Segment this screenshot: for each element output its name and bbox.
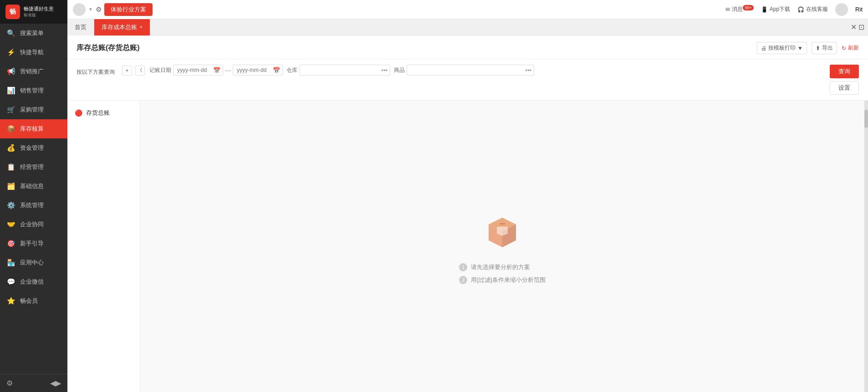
refresh-label: 刷新 [848, 44, 859, 52]
logo-icon: 畅 [5, 5, 20, 19]
export-btn[interactable]: ⬆ 导出 [812, 42, 837, 54]
hint-num-1: 1 [459, 263, 467, 271]
sidebar-item-enterprise[interactable]: 🤝 企业协同 [0, 215, 67, 234]
tab-close-icon[interactable]: × [140, 25, 143, 30]
product-select-wrapper: ••• [407, 65, 534, 76]
settings-filter-btn[interactable]: 设置 [830, 81, 859, 95]
sidebar-item-search[interactable]: 🔍 搜索菜单 [0, 24, 67, 43]
sidebar-label-operations: 经营管理 [20, 163, 44, 171]
filter-scheme-label: 按以下方案查询 [77, 68, 115, 76]
product-label: 商品 [394, 66, 405, 74]
base-icon: 🗂️ [6, 182, 15, 190]
user-avatar-left [73, 3, 86, 16]
main-content-empty: 1 请先选择要分析的方案 2 用[过滤]条件来缩小分析范围 [140, 101, 864, 392]
inventory-icon: 📦 [6, 125, 15, 133]
notification-badge: 99+ [743, 5, 753, 10]
sidebar-label-search: 搜索菜单 [20, 29, 44, 37]
sidebar-label-base: 基础信息 [20, 182, 44, 190]
tabs-close-all-icon[interactable]: ✕ [851, 23, 857, 31]
add-scheme-btn[interactable]: + [122, 66, 132, 76]
empty-hints: 1 请先选择要分析的方案 2 用[过滤]条件来缩小分析范围 [459, 263, 545, 284]
tab-active-label: 库存成本总账 [102, 23, 137, 31]
sidebar-label-enterprise: 企业协同 [20, 220, 44, 229]
sales-icon: 📊 [6, 87, 15, 95]
tab-home[interactable]: 首页 [67, 19, 94, 36]
export-icon: ⬆ [816, 45, 820, 51]
warehouse-select-wrapper: ••• [299, 65, 390, 76]
sidebar-item-sales[interactable]: 📊 销售管理 [0, 81, 67, 100]
hint-row-2: 2 用[过滤]条件来缩小分析范围 [459, 276, 545, 284]
print-btn[interactable]: 🖨 按模板打印 ▼ [757, 42, 807, 54]
user-avatar-right[interactable] [835, 3, 848, 16]
settings-footer-icon[interactable]: ⚙ [6, 379, 13, 387]
tab-home-label: 首页 [75, 23, 87, 31]
app-download-item[interactable]: 📱 App下载 [761, 5, 790, 13]
sidebar-item-inventory[interactable]: 📦 库存核算 [0, 119, 67, 138]
notification-item[interactable]: ✉ 消息 99+ [725, 5, 753, 13]
collapse-icon[interactable]: ◀▶ [50, 379, 61, 387]
shortcut-icon: ⚡ [6, 48, 15, 56]
scrollbar-thumb[interactable] [864, 110, 868, 128]
online-service-item[interactable]: 🎧 在线客服 [797, 5, 828, 13]
wechat-icon: 💬 [6, 278, 15, 286]
filter-section: 按以下方案查询 + 《 记账日期 📅 — 📅 [67, 59, 868, 101]
sidebar-label-vip: 畅会员 [20, 297, 38, 305]
tabs-right-actions: ✕ ⊡ [851, 23, 868, 31]
tabs-resize-icon[interactable]: ⊡ [858, 23, 864, 31]
topbar-username: Rit [855, 6, 863, 13]
enterprise-icon: 🤝 [6, 220, 15, 229]
sidebar-item-shortcut[interactable]: ⚡ 快捷导航 [0, 43, 67, 62]
purchase-icon: 🛒 [6, 106, 15, 114]
sidebar-item-newguide[interactable]: 🎯 新手引导 [0, 234, 67, 253]
print-dropdown-icon[interactable]: ▼ [797, 45, 803, 51]
sidebar-item-system[interactable]: ⚙️ 系统管理 [0, 196, 67, 215]
hint-text-1: 请先选择要分析的方案 [471, 263, 530, 271]
sidebar-nav: 🔍 搜索菜单 ⚡ 快捷导航 📢 营销推广 📊 销售管理 🛒 采购管理 📦 库存核… [0, 24, 67, 374]
sidebar-item-marketing[interactable]: 📢 营销推广 [0, 62, 67, 81]
app-download-label: App下载 [770, 5, 790, 13]
sidebar-item-operations[interactable]: 📋 经营管理 [0, 158, 67, 177]
headset-icon: 🎧 [797, 6, 804, 13]
chevron-down-icon[interactable]: ▼ [88, 7, 93, 12]
refresh-btn[interactable]: ↻ 刷新 [842, 44, 859, 52]
warehouse-select[interactable] [299, 65, 390, 76]
sidebar-item-appstore[interactable]: 🏪 应用中心 [0, 253, 67, 272]
topbar-right: ✉ 消息 99+ 📱 App下载 🎧 在线客服 Rit [725, 3, 863, 16]
app-name: 畅捷通好生意 [24, 5, 54, 12]
page-title: 库存总账(存货总账) [77, 43, 140, 53]
sidebar-item-purchase[interactable]: 🛒 采购管理 [0, 100, 67, 119]
date-start-input[interactable] [173, 65, 223, 76]
system-icon: ⚙️ [6, 201, 15, 209]
empty-illustration: 1 请先选择要分析的方案 2 用[过滤]条件来缩小分析范围 [459, 209, 545, 284]
sidebar-label-wechat: 企业微信 [20, 278, 44, 286]
sidebar: 畅 畅捷通好生意 标准版 🔍 搜索菜单 ⚡ 快捷导航 📢 营销推广 📊 销售管理… [0, 0, 67, 392]
sidebar-item-base[interactable]: 🗂️ 基础信息 [0, 177, 67, 196]
operations-icon: 📋 [6, 163, 15, 171]
sidebar-item-vip[interactable]: ⭐ 畅会员 [0, 291, 67, 311]
newguide-icon: 🎯 [6, 239, 15, 248]
topbar-user-area: ▼ ⚙ 体验行业方案 [73, 3, 722, 16]
date-label: 记账日期 [149, 66, 171, 74]
scheme-item-inventory-ledger[interactable]: 🔴 存货总账 [67, 105, 140, 121]
collapse-scheme-btn[interactable]: 《 [135, 66, 145, 76]
finance-icon: 💰 [6, 144, 15, 152]
message-icon: ✉ [725, 6, 730, 13]
industry-btn[interactable]: 体验行业方案 [104, 3, 153, 16]
online-service-label: 在线客服 [806, 5, 828, 13]
date-start-wrapper: 📅 [173, 65, 223, 76]
refresh-icon: ↻ [842, 45, 846, 51]
query-btn[interactable]: 查询 [830, 65, 859, 78]
sidebar-label-appstore: 应用中心 [20, 259, 44, 267]
date-filter-field: 记账日期 📅 — 📅 [149, 65, 283, 76]
right-scrollbar[interactable] [864, 101, 868, 392]
topbar-gear-icon[interactable]: ⚙ [96, 5, 102, 14]
sidebar-item-finance[interactable]: 💰 资金管理 [0, 138, 67, 158]
sidebar-label-inventory: 库存核算 [20, 125, 44, 133]
warehouse-filter-field: 仓库 ••• [286, 65, 390, 76]
filter-row: 记账日期 📅 — 📅 仓库 ••• [149, 65, 824, 76]
date-end-input[interactable] [233, 65, 283, 76]
product-select[interactable] [407, 65, 534, 76]
tab-inventory-ledger[interactable]: 库存成本总账 × [94, 19, 150, 36]
sidebar-item-wechat[interactable]: 💬 企业微信 [0, 272, 67, 291]
page-header-actions: 🖨 按模板打印 ▼ ⬆ 导出 ↻ 刷新 [757, 42, 859, 54]
